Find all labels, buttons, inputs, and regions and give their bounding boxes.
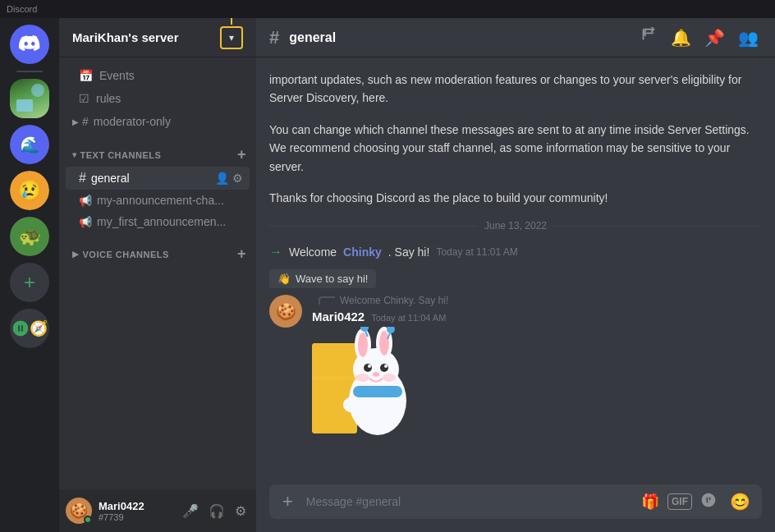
notifications-button[interactable]: 🔔: [667, 25, 695, 51]
server-icon-marikhan[interactable]: [10, 79, 49, 118]
voice-channels-label: VOICE CHANNELS: [83, 250, 169, 259]
chevron-right-voice-icon: ▶: [72, 250, 80, 259]
add-voice-channel-button[interactable]: +: [234, 245, 250, 263]
svg-point-10: [368, 365, 371, 368]
channel-item-announcement1[interactable]: 📢 my-announcement-cha...: [66, 190, 250, 211]
date-divider: June 13, 2022: [269, 220, 762, 232]
svg-point-8: [364, 364, 372, 372]
server-header[interactable]: MariKhan's server ▾: [59, 18, 256, 57]
message-input[interactable]: [300, 485, 636, 518]
channel-name-announcement2: my_first_announcemen...: [97, 215, 243, 228]
invite-icon[interactable]: 👤: [215, 172, 229, 185]
user-status-indicator: [84, 516, 92, 524]
svg-point-12: [373, 372, 379, 377]
sidebar-item-rules[interactable]: ☑ rules: [66, 87, 250, 110]
wave-button[interactable]: 👋 Wave to say hi!: [269, 269, 376, 288]
svg-rect-15: [353, 386, 402, 397]
add-channel-button[interactable]: +: [234, 146, 250, 163]
message-input-area: + 🎁 GIF 😊: [256, 484, 775, 532]
server-list: 🌊 😢 🐢 + 🧭: [0, 18, 59, 532]
system-message-1: important updates, such as new moderatio…: [269, 71, 762, 108]
gif-button[interactable]: GIF: [667, 493, 692, 510]
explore-servers-button[interactable]: 🧭: [10, 309, 49, 348]
events-label: Events: [99, 69, 135, 82]
channel-list: 📅 Events ☑ rules ▶ # moderator-only ▾ TE…: [59, 57, 256, 489]
channel-header-name: general: [289, 30, 336, 45]
add-server-button[interactable]: +: [10, 263, 49, 302]
welcome-text-after: . Say hi!: [388, 245, 430, 259]
svg-point-5: [358, 332, 368, 357]
sticker-container: [312, 327, 427, 442]
mari0422-message-content: Welcome Chinky. Say hi! Mari0422 Today a…: [312, 295, 762, 442]
channel-header: # general 🔔 📌 👥: [256, 18, 775, 57]
wave-label: Wave to say hi!: [296, 273, 368, 285]
user-panel: 🍪 Mari0422 #7739 🎤 🎧 ⚙: [59, 489, 256, 532]
reply-line: [319, 296, 335, 305]
user-info: Mari0422 #7739: [99, 500, 172, 522]
message-timestamp: Today at 11:04 AM: [371, 313, 446, 323]
welcome-text-before: Welcome: [289, 245, 337, 259]
title-bar: Discord: [7, 4, 37, 14]
sticker-button[interactable]: [695, 487, 722, 517]
svg-point-7: [379, 331, 389, 355]
channel-item-general[interactable]: # general 👤 ⚙: [66, 167, 250, 190]
system-message-2: You can change which channel these messa…: [269, 121, 762, 176]
message-input-container: + 🎁 GIF 😊: [269, 484, 762, 519]
server-dropdown-button[interactable]: ▾: [220, 26, 243, 49]
channel-sidebar: MariKhan's server ▾ 📅 Events ☑ rules ▶ #…: [59, 18, 256, 532]
server-icon-2[interactable]: 🌊: [10, 125, 49, 164]
messages-area[interactable]: important updates, such as new moderatio…: [256, 57, 775, 484]
events-icon: 📅: [79, 69, 93, 82]
welcome-arrow-icon: →: [269, 245, 282, 259]
svg-point-14: [383, 374, 396, 382]
main-content: # general 🔔 📌 👥 important updates, such …: [256, 18, 775, 532]
announcement-icon-2: 📢: [79, 216, 92, 228]
user-tag: #7739: [99, 512, 172, 522]
date-label: June 13, 2022: [484, 220, 547, 232]
rules-icon: ☑: [79, 92, 89, 105]
svg-rect-21: [312, 376, 357, 380]
message-group-mari0422: 🍪 Welcome Chinky. Say hi! Mari0422 Today…: [269, 295, 762, 442]
welcome-system-message: → Welcome Chinky . Say hi! Today at 11:0…: [269, 245, 762, 288]
dropdown-arrow: ▾: [229, 32, 234, 44]
channel-name-general: general: [91, 172, 215, 185]
channel-header-hash: #: [269, 27, 279, 48]
category-voice-channels[interactable]: ▶ VOICE CHANNELS +: [59, 232, 256, 266]
settings-icon[interactable]: ⚙: [232, 172, 243, 185]
svg-point-9: [380, 364, 388, 372]
svg-point-11: [384, 365, 388, 368]
add-content-button[interactable]: +: [276, 484, 300, 519]
category-text-channels[interactable]: ▾ TEXT CHANNELS +: [59, 133, 256, 167]
rules-label: rules: [96, 92, 121, 105]
mute-button[interactable]: 🎤: [179, 500, 202, 522]
user-controls: 🎤 🎧 ⚙: [179, 500, 250, 522]
reply-text: Welcome Chinky. Say hi!: [340, 295, 448, 306]
hash-icon: #: [82, 115, 89, 128]
members-button[interactable]: 👥: [735, 25, 762, 51]
message-header: Mari0422 Today at 11:04 AM: [312, 310, 762, 323]
svg-point-16: [343, 397, 363, 413]
category-moderator-only[interactable]: ▶ # moderator-only: [66, 110, 250, 133]
chinky-username: Chinky: [343, 245, 382, 259]
user-avatar-container: 🍪: [66, 498, 92, 524]
channel-item-announcement2[interactable]: 📢 my_first_announcemen...: [66, 211, 250, 232]
text-channels-label: TEXT CHANNELS: [80, 150, 162, 160]
emoji-button[interactable]: 😊: [725, 487, 755, 516]
chevron-down-icon: ▾: [72, 150, 77, 159]
mari0422-avatar: 🍪: [269, 295, 302, 328]
server-icon-home[interactable]: [10, 25, 49, 64]
sidebar-item-events[interactable]: 📅 Events: [66, 64, 250, 87]
user-settings-button[interactable]: ⚙: [232, 500, 250, 522]
channel-name-announcement1: my-announcement-cha...: [97, 194, 243, 207]
server-divider: [16, 71, 43, 72]
deafen-button[interactable]: 🎧: [205, 500, 228, 522]
threads-button[interactable]: [636, 24, 661, 52]
pin-button[interactable]: 📌: [701, 25, 728, 51]
gift-button[interactable]: 🎁: [636, 488, 664, 516]
svg-rect-1: [312, 343, 357, 433]
welcome-timestamp-1: Today at 11:01 AM: [436, 246, 517, 258]
chevron-right-icon: ▶: [72, 117, 79, 126]
server-name: MariKhan's server: [72, 30, 178, 44]
server-icon-3[interactable]: 😢: [10, 171, 49, 210]
server-icon-4[interactable]: 🐢: [10, 217, 49, 256]
